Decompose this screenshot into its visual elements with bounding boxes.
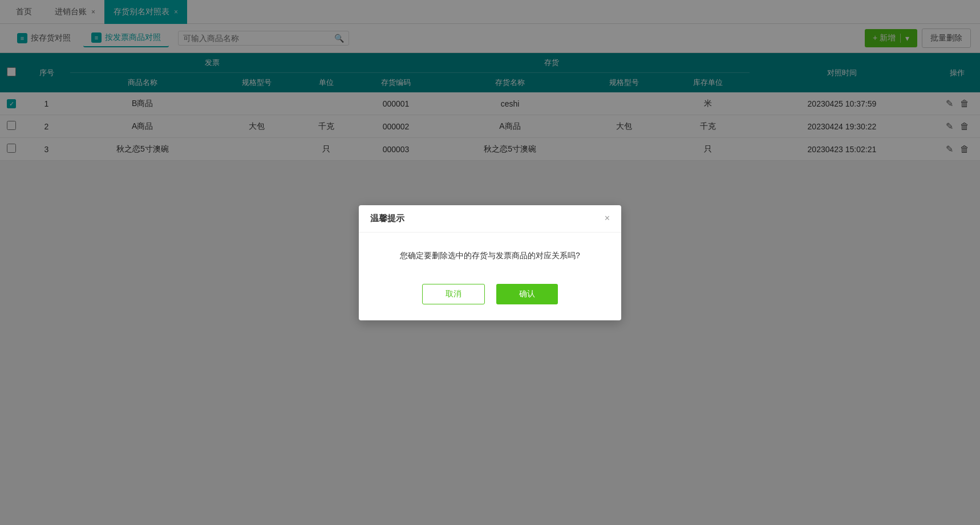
modal-overlay: 温馨提示 × 您确定要删除选中的存货与发票商品的对应关系吗? 取消 确认 (0, 0, 980, 161)
